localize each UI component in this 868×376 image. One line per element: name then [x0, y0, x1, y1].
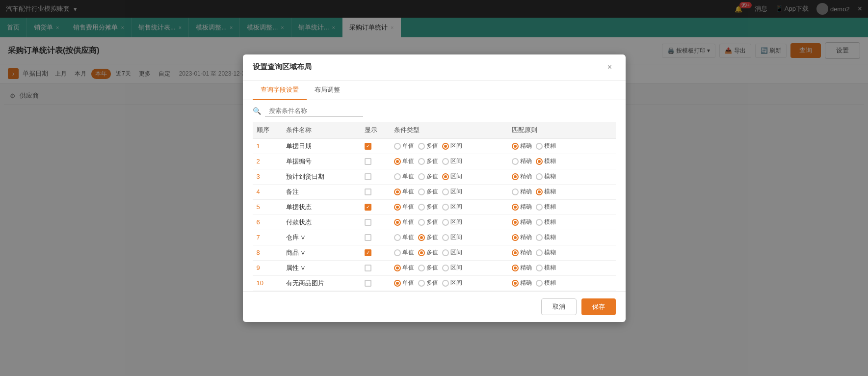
row-1-index: 1: [253, 142, 282, 150]
row-2-type: 单值 多值 区间: [390, 157, 508, 165]
col-header-index: 顺序: [253, 126, 282, 134]
radio-circle: [418, 280, 425, 287]
row-8-match: 精确 模糊: [508, 248, 596, 257]
radio-circle: [394, 234, 401, 241]
row-1-type-group: 单值 多值 区间: [394, 142, 504, 150]
col-header-type: 条件类型: [390, 126, 508, 134]
row-1-match-fuzzy[interactable]: 模糊: [536, 142, 556, 150]
dialog-tab-layout[interactable]: 布局调整: [307, 81, 348, 100]
row-1-checkbox[interactable]: [365, 143, 371, 150]
table-row: 1 单据日期 单值 多值: [253, 139, 616, 154]
dialog-footer: 取消 保存: [243, 291, 626, 322]
radio-circle: [536, 249, 543, 256]
dialog-tab-fields[interactable]: 查询字段设置: [253, 81, 307, 100]
row-10-display[interactable]: [361, 280, 390, 287]
row-10-checkbox[interactable]: [365, 280, 371, 287]
radio-circle: [536, 204, 543, 211]
row-5-display[interactable]: [361, 204, 390, 211]
row-2-type-range[interactable]: 区间: [442, 157, 462, 165]
radio-circle: [536, 234, 543, 241]
row-9-match: 精确 模糊: [508, 264, 596, 272]
save-button[interactable]: 保存: [581, 298, 616, 315]
table-row: 4 备注 单值 多值: [253, 185, 616, 200]
row-6-type: 单值 多值 区间: [390, 218, 508, 226]
radio-circle: [394, 173, 401, 180]
row-9-checkbox[interactable]: [365, 265, 371, 271]
row-2-type-multi[interactable]: 多值: [418, 157, 438, 165]
row-3-checkbox[interactable]: [365, 173, 371, 180]
cancel-button[interactable]: 取消: [541, 298, 577, 315]
row-2-match-fuzzy[interactable]: 模糊: [536, 157, 556, 165]
row-2-type-single[interactable]: 单值: [394, 157, 414, 165]
row-8-display[interactable]: [361, 249, 390, 256]
row-8-name: 商品 ∨: [282, 248, 361, 257]
row-2-index: 2: [253, 158, 282, 165]
radio-circle: [442, 173, 449, 180]
row-2-type-group: 单值 多值 区间: [394, 157, 504, 165]
radio-circle: [418, 219, 425, 226]
radio-circle: [536, 158, 543, 165]
radio-circle: [394, 188, 401, 195]
row-4-display[interactable]: [361, 188, 390, 195]
dialog-header: 设置查询区域布局 ×: [243, 54, 626, 81]
radio-circle: [536, 143, 543, 150]
row-8-type: 单值 多值 区间: [390, 248, 508, 257]
row-7-checkbox[interactable]: [365, 234, 371, 241]
search-input[interactable]: [265, 105, 363, 117]
radio-circle: [442, 265, 449, 271]
radio-circle: [442, 158, 449, 165]
row-2-display[interactable]: [361, 158, 390, 165]
row-5-match: 精确 模糊: [508, 203, 596, 211]
row-1-display[interactable]: [361, 143, 390, 150]
row-3-type-group: 单值 多值 区间: [394, 172, 504, 181]
radio-circle: [512, 188, 519, 195]
row-1-match-exact[interactable]: 精确: [512, 142, 532, 150]
radio-circle: [442, 280, 449, 287]
modal-overlay[interactable]: 设置查询区域布局 × 查询字段设置 布局调整 🔍 顺序 条件名称 显示 条件类型: [0, 0, 868, 376]
row-5-type: 单值 多值 区间: [390, 203, 508, 211]
table-row: 2 单据编号 单值 多值: [253, 154, 616, 169]
table-row: 6 付款状态 单值 多值: [253, 215, 616, 230]
dialog-close-button[interactable]: ×: [604, 61, 616, 73]
radio-circle: [512, 158, 519, 165]
col-header-display: 显示: [361, 126, 390, 134]
row-10-index: 10: [253, 279, 282, 287]
conditions-table-header: 顺序 条件名称 显示 条件类型 匹配原则: [253, 122, 616, 139]
col-header-name: 条件名称: [282, 126, 361, 134]
row-7-match: 精确 模糊: [508, 233, 596, 242]
row-1-type-single[interactable]: 单值: [394, 142, 414, 150]
row-6-checkbox[interactable]: [365, 219, 371, 226]
row-1-type-range[interactable]: 区间: [442, 142, 462, 150]
row-1-match-group: 精确 模糊: [512, 142, 592, 150]
row-4-checkbox[interactable]: [365, 188, 371, 195]
row-2-match-exact[interactable]: 精确: [512, 157, 532, 165]
row-8-checkbox[interactable]: [365, 249, 371, 256]
row-9-display[interactable]: [361, 265, 390, 271]
radio-circle: [394, 219, 401, 226]
radio-circle: [536, 265, 543, 271]
row-10-match: 精确 模糊: [508, 279, 596, 287]
row-1-match: 精确 模糊: [508, 142, 596, 150]
radio-circle: [536, 173, 543, 180]
radio-circle: [512, 204, 519, 211]
row-6-index: 6: [253, 218, 282, 226]
row-1-type-multi[interactable]: 多值: [418, 142, 438, 150]
radio-circle: [418, 143, 425, 150]
radio-circle: [442, 143, 449, 150]
row-6-display[interactable]: [361, 219, 390, 226]
row-4-index: 4: [253, 188, 282, 195]
radio-circle: [442, 219, 449, 226]
radio-circle: [418, 249, 425, 256]
radio-circle: [536, 280, 543, 287]
row-1-type: 单值 多值 区间: [390, 142, 508, 150]
radio-circle: [442, 234, 449, 241]
row-7-display[interactable]: [361, 234, 390, 241]
table-row: 7 仓库 ∨ 单值 多值: [253, 230, 616, 245]
row-3-display[interactable]: [361, 173, 390, 180]
radio-circle: [512, 234, 519, 241]
radio-circle: [418, 188, 425, 195]
radio-circle: [512, 265, 519, 271]
row-5-checkbox[interactable]: [365, 204, 371, 211]
row-2-checkbox[interactable]: [365, 158, 371, 165]
row-4-name: 备注: [282, 188, 361, 196]
